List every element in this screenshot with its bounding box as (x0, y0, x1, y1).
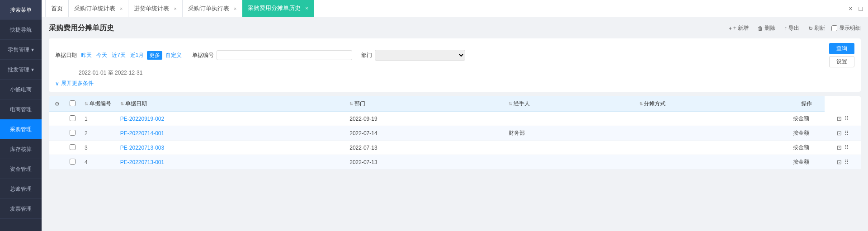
row-actions-3: ⊡ ⠿ (825, 155, 861, 170)
sidebar-item-purchase[interactable]: 采购管理 (0, 119, 42, 139)
row-seq-2: 3 (80, 141, 116, 155)
date-shortcuts: 昨天 今天 近7天 近1月 更多 自定义 (80, 51, 183, 60)
filter-settings-button[interactable]: 设置 (829, 56, 854, 67)
chevron-down-icon: ∨ (55, 80, 59, 87)
shortcut-7days[interactable]: 近7天 (110, 51, 127, 60)
sidebar-item-wholesale[interactable]: 批发管理 ▾ (0, 60, 42, 80)
sidebar-item-inventory[interactable]: 库存核算 (0, 139, 42, 159)
row-checkbox-1[interactable] (65, 126, 80, 141)
row-checkbox-2[interactable] (65, 141, 80, 155)
row-more-icon-1[interactable]: ⠿ (844, 130, 849, 137)
table-header-row: ⚙ 单据编号 单据日期 部门 经手人 分摊方式 操作 (49, 96, 861, 112)
tab-purchase-order-exec[interactable]: 采购订单执行表 × (183, 0, 242, 17)
data-table: ⚙ 单据编号 单据日期 部门 经手人 分摊方式 操作 1 PE (49, 96, 861, 170)
tab-inbound-stat[interactable]: 进货单统计表 × (128, 0, 182, 17)
export-icon: ↑ (784, 25, 787, 32)
row-department-1: 财务部 (504, 126, 635, 141)
row-view-icon-0[interactable]: ⊡ (837, 115, 842, 122)
row-actions-2: ⊡ ⠿ (825, 141, 861, 155)
table-header-department[interactable]: 部门 (345, 96, 504, 112)
shortcut-1month[interactable]: 近1月 (129, 51, 146, 60)
shortcut-yesterday[interactable]: 昨天 (80, 51, 93, 60)
row-more-icon-2[interactable]: ⠿ (844, 144, 849, 151)
data-table-container: ⚙ 单据编号 单据日期 部门 经手人 分摊方式 操作 1 PE (49, 96, 861, 170)
tab-close-all-button[interactable]: × (847, 4, 854, 13)
shortcut-more[interactable]: 更多 (147, 51, 162, 60)
department-filter: 部门 (361, 50, 465, 61)
main-area: 首页 采购订单统计表 × 进货单统计表 × 采购订单执行表 × 采购费用分摊单历… (42, 0, 868, 231)
row-doc-number-1[interactable]: PE-20220714-001 (116, 126, 345, 141)
table-header-doc-date[interactable]: 单据日期 (116, 96, 345, 112)
sidebar-item-invoice[interactable]: 发票管理 (0, 199, 42, 219)
row-view-icon-2[interactable]: ⊡ (837, 144, 842, 151)
refresh-icon: ↻ (808, 25, 813, 32)
tab-close-inbound-stat[interactable]: × (174, 6, 176, 11)
sidebar: 搜索菜单 快捷导航 零售管理 ▾ 批发管理 ▾ 小畅电商 电商管理 采购管理 库… (0, 0, 42, 231)
row-checkbox-0[interactable] (65, 112, 80, 126)
page-header: 采购费用分摊单历史 + + 新增 🗑 删除 ↑ 导出 ↻ 刷新 (49, 23, 861, 34)
page-title: 采购费用分摊单历史 (49, 24, 114, 33)
row-doc-number-2[interactable]: PE-20220713-003 (116, 141, 345, 155)
table-body: 1 PE-20220919-002 2022-09-19 按金额 ⊡ ⠿ 2 P… (49, 112, 861, 170)
search-button[interactable]: 查询 (829, 43, 854, 54)
sidebar-item-finance[interactable]: 资金管理 (0, 159, 42, 179)
row-gear-2 (49, 141, 65, 155)
row-checkbox-3[interactable] (65, 155, 80, 170)
doc-number-filter: 单据编号 (192, 50, 352, 60)
row-department-2 (504, 141, 635, 155)
shortcut-custom[interactable]: 自定义 (164, 51, 183, 60)
row-view-icon-1[interactable]: ⊡ (837, 130, 842, 137)
tab-maximize-button[interactable]: □ (857, 4, 864, 13)
tab-close-purchase-order-stat[interactable]: × (120, 6, 123, 11)
row-doc-number-0[interactable]: PE-20220919-002 (116, 112, 345, 126)
tab-purchase-cost-history[interactable]: 采购费用分摊单历史 × (242, 0, 314, 17)
table-header-split-method[interactable]: 分摊方式 (635, 96, 788, 112)
filter-area: 单据日期 昨天 今天 近7天 近1月 更多 自定义 单据编号 (49, 38, 861, 92)
delete-button[interactable]: 🗑 删除 (755, 23, 778, 34)
sidebar-item-ecommerce[interactable]: 电商管理 (0, 99, 42, 119)
tab-home[interactable]: 首页 (45, 0, 69, 17)
tab-close-purchase-order-exec[interactable]: × (234, 6, 236, 11)
table-header-checkbox[interactable] (65, 96, 80, 112)
row-handler-2 (635, 141, 788, 155)
sidebar-item-retail[interactable]: 零售管理 ▾ (0, 40, 42, 60)
row-doc-date-1: 2022-07-14 (345, 126, 504, 141)
expand-conditions-button[interactable]: ∨ 展开更多条件 (55, 80, 854, 87)
row-handler-3 (635, 155, 788, 170)
sidebar-item-accounting[interactable]: 总账管理 (0, 179, 42, 199)
row-department-3 (504, 155, 635, 170)
row-doc-number-3[interactable]: PE-20220713-001 (116, 155, 345, 170)
filter-row: 单据日期 昨天 今天 近7天 近1月 更多 自定义 单据编号 (55, 43, 854, 67)
refresh-button[interactable]: ↻ 刷新 (806, 23, 828, 34)
sidebar-item-search[interactable]: 搜索菜单 (0, 0, 42, 20)
row-actions-0: ⊡ ⠿ (825, 112, 861, 126)
delete-icon: 🗑 (758, 25, 763, 32)
tab-purchase-order-stat[interactable]: 采购订单统计表 × (69, 0, 128, 17)
row-actions-1: ⊡ ⠿ (825, 126, 861, 141)
department-select[interactable] (375, 50, 465, 61)
row-more-icon-0[interactable]: ⠿ (844, 115, 849, 122)
sidebar-item-quick-nav[interactable]: 快捷导航 (0, 20, 42, 40)
sidebar-item-mini-shop[interactable]: 小畅电商 (0, 80, 42, 99)
show-columns-toggle[interactable]: 显示明细 (831, 24, 861, 32)
chevron-down-icon: ▾ (31, 47, 34, 53)
row-doc-date-3: 2022-07-13 (345, 155, 504, 170)
row-more-icon-3[interactable]: ⠿ (844, 159, 849, 165)
table-header-doc-number[interactable]: 单据编号 (80, 96, 116, 112)
tab-close-purchase-cost-history[interactable]: × (305, 5, 308, 11)
doc-number-input[interactable] (217, 50, 352, 60)
row-split-method-2: 按金额 (788, 141, 825, 155)
row-handler-0 (635, 112, 788, 126)
table-header-handler[interactable]: 经手人 (504, 96, 635, 112)
table-header-gear[interactable]: ⚙ (49, 96, 65, 112)
show-columns-checkbox[interactable] (831, 25, 837, 31)
row-gear-1 (49, 126, 65, 141)
row-doc-date-2: 2022-07-13 (345, 141, 504, 155)
export-button[interactable]: ↑ 导出 (782, 23, 802, 34)
expand-row: ∨ 展开更多条件 (55, 80, 854, 87)
date-range-display: 2022-01-01 至 2022-12-31 (55, 69, 854, 77)
select-all-checkbox[interactable] (70, 100, 75, 106)
shortcut-today[interactable]: 今天 (95, 51, 108, 60)
add-button[interactable]: + + 新增 (726, 23, 751, 34)
row-view-icon-3[interactable]: ⊡ (837, 159, 842, 165)
